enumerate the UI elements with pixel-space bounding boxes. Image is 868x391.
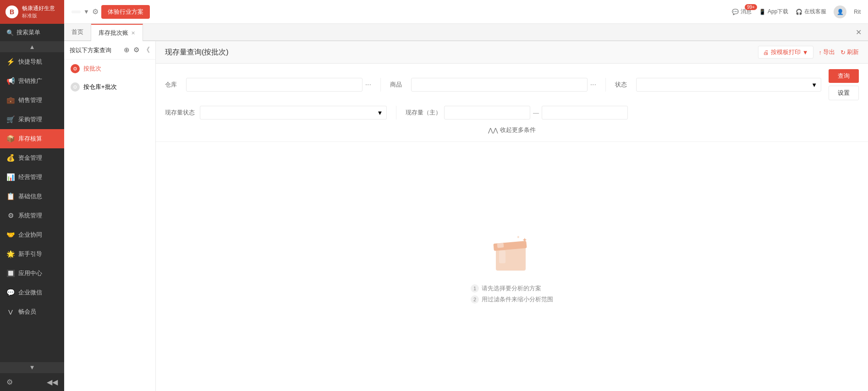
- box-svg: ✦ ✦: [489, 229, 535, 275]
- messages-button[interactable]: 💬 消息 99+: [732, 8, 752, 16]
- sidebar-item-enterprise[interactable]: 🤝 企业协同: [0, 225, 64, 244]
- query-button[interactable]: 查询: [829, 69, 859, 83]
- app-download-button[interactable]: 📱 App下载: [759, 8, 788, 16]
- page-header: 现存量查询(按批次) 🖨 按模板打印 ▼ ↑ 导出 ↻ 刷新: [156, 41, 868, 64]
- batch-scheme-icon: ⚙: [71, 64, 80, 73]
- left-panel: 按以下方案查询 ⊕ ⚙ 《 ⚙ 按批次 ⚙ 按仓库+批次: [64, 41, 156, 391]
- settings-icon[interactable]: ⚙: [6, 378, 13, 386]
- topbar-settings-icon[interactable]: ⚙: [92, 7, 99, 16]
- main-area: ▼ ⚙ 体验行业方案 💬 消息 99+ 📱 App下载 🎧 在线客服 👤 Rit: [64, 0, 868, 391]
- status-dropdown-icon: ▼: [811, 81, 817, 88]
- sidebar-scroll-up-button[interactable]: ▲: [0, 42, 64, 52]
- marketing-icon: 📢: [6, 77, 15, 85]
- collapse-sidebar-icon[interactable]: ◀◀: [47, 378, 58, 386]
- print-button[interactable]: 🖨 按模板打印 ▼: [758, 46, 813, 59]
- tab-panel-close-button[interactable]: ✕: [849, 23, 868, 41]
- sidebar-item-purchase[interactable]: 🛒 采购管理: [0, 110, 64, 129]
- sidebar-item-quick-nav[interactable]: ⚡ 快捷导航: [0, 52, 64, 71]
- product-label: 商品: [390, 81, 408, 89]
- sidebar-item-newbie[interactable]: 🌟 新手引导: [0, 244, 64, 264]
- warehouse-more-button[interactable]: ···: [365, 81, 371, 89]
- inventory-qty-min-input[interactable]: [444, 106, 530, 119]
- add-scheme-button[interactable]: ⊕: [124, 46, 130, 54]
- content-area: 按以下方案查询 ⊕ ⚙ 《 ⚙ 按批次 ⚙ 按仓库+批次 现存量查询(按批次): [64, 41, 868, 391]
- sidebar-item-inventory[interactable]: 📦 库存核算: [0, 129, 64, 148]
- empty-tip-1: 1 请先选择要分析的方案: [471, 284, 553, 293]
- sidebar-item-finance[interactable]: 💰 资金管理: [0, 148, 64, 168]
- user-avatar[interactable]: 👤: [834, 5, 846, 18]
- left-panel-actions: ⊕ ⚙ 《: [124, 46, 150, 54]
- online-service-button[interactable]: 🎧 在线客服: [796, 8, 826, 16]
- status-select[interactable]: ▼: [636, 78, 821, 92]
- avatar-icon: 👤: [837, 9, 844, 15]
- inventory-qty-label: 现存量（主）: [406, 109, 441, 117]
- sidebar-item-basics[interactable]: 📋 基础信息: [0, 187, 64, 206]
- inventory-qty-dash: —: [533, 109, 539, 116]
- empty-tips: 1 请先选择要分析的方案 2 用过滤条件来缩小分析范围: [471, 284, 553, 304]
- sidebar-item-marketing[interactable]: 📢 营销推广: [0, 71, 64, 91]
- sidebar-footer: ⚙ ◀◀: [0, 373, 64, 391]
- scheme-settings-button[interactable]: ⚙: [133, 46, 139, 54]
- enterprise-icon: 🤝: [6, 231, 15, 239]
- refresh-icon: ↻: [841, 49, 846, 56]
- tab-inventory-batch[interactable]: 库存批次账 ✕: [91, 24, 143, 41]
- breadcrumb: [71, 11, 81, 13]
- sidebar-scroll-down-button[interactable]: ▼: [0, 362, 64, 373]
- sidebar-item-operations[interactable]: 📊 经营管理: [0, 168, 64, 187]
- sidebar-nav: ⚡ 快捷导航 📢 营销推广 💼 销售管理 🛒 采购管理 📦 库存核算 💰 资金管…: [0, 52, 64, 362]
- inventory-status-label: 现存量状态: [165, 109, 197, 117]
- search-icon: 🔍: [6, 29, 14, 36]
- scheme-item-by-batch[interactable]: ⚙ 按批次: [64, 60, 155, 78]
- collapse-more-button[interactable]: ⋀⋀ 收起更多条件: [488, 124, 536, 136]
- purchase-icon: 🛒: [6, 115, 15, 124]
- empty-illustration: ✦ ✦: [489, 229, 535, 275]
- svg-rect-3: [499, 250, 505, 263]
- filter-section: 仓库 ··· 商品 ··· 状态 ▼: [156, 64, 868, 142]
- username-label[interactable]: Rit: [854, 9, 861, 15]
- inventory-status-select[interactable]: ▼: [200, 106, 387, 119]
- topbar: ▼ ⚙ 体验行业方案 💬 消息 99+ 📱 App下载 🎧 在线客服 👤 Rit: [64, 0, 868, 24]
- newbie-icon: 🌟: [6, 250, 15, 258]
- inventory-icon: 📦: [6, 135, 15, 143]
- warehouse-input[interactable]: [186, 78, 363, 92]
- trial-button[interactable]: 体验行业方案: [101, 5, 150, 19]
- search-menu-button[interactable]: 🔍 搜索菜单: [0, 24, 64, 42]
- breadcrumb-dropdown-icon[interactable]: ▼: [83, 8, 89, 15]
- sidebar-item-wechat[interactable]: 💬 企业微信: [0, 283, 64, 302]
- inventory-status-dropdown-icon: ▼: [377, 109, 383, 116]
- print-dropdown-icon: ▼: [802, 49, 808, 56]
- sidebar-item-apps[interactable]: 🔲 应用中心: [0, 264, 64, 283]
- sidebar-item-system[interactable]: ⚙ 系统管理: [0, 206, 64, 225]
- settings-button[interactable]: 设置: [829, 86, 859, 100]
- product-input[interactable]: [411, 78, 588, 92]
- scheme-item-by-warehouse-batch[interactable]: ⚙ 按仓库+批次: [64, 78, 155, 96]
- left-panel-header: 按以下方案查询 ⊕ ⚙ 《: [64, 41, 155, 60]
- sidebar-item-sales[interactable]: 💼 销售管理: [0, 91, 64, 110]
- product-more-button[interactable]: ···: [590, 81, 596, 89]
- messages-icon: 💬: [732, 9, 739, 15]
- operations-icon: 📊: [6, 173, 15, 181]
- inventory-qty-max-input[interactable]: [542, 106, 628, 119]
- right-content: 现存量查询(按批次) 🖨 按模板打印 ▼ ↑ 导出 ↻ 刷新: [156, 41, 868, 391]
- collapse-panel-button[interactable]: 《: [143, 46, 150, 54]
- tabbar: 首页 库存批次账 ✕ ✕: [64, 24, 868, 41]
- tab-close-icon[interactable]: ✕: [131, 30, 135, 36]
- warehouse-batch-scheme-icon: ⚙: [71, 82, 80, 92]
- topbar-left: ▼ ⚙ 体验行业方案: [71, 5, 727, 19]
- app-title: 畅康通好生意 标准版: [22, 5, 55, 19]
- status-label: 状态: [615, 81, 633, 89]
- tab-home[interactable]: 首页: [64, 23, 91, 41]
- headset-icon: 🎧: [796, 9, 802, 15]
- apps-icon: 🔲: [6, 269, 15, 277]
- app-logo: B: [5, 5, 18, 18]
- export-icon: ↑: [819, 49, 822, 56]
- finance-icon: 💰: [6, 154, 15, 162]
- wechat-icon: 💬: [6, 288, 15, 297]
- refresh-button[interactable]: ↻ 刷新: [841, 48, 859, 56]
- member-icon: V: [6, 308, 15, 316]
- sidebar-item-member[interactable]: V 畅会员: [0, 302, 64, 321]
- svg-rect-2: [497, 243, 504, 248]
- basics-icon: 📋: [6, 192, 15, 201]
- warehouse-label: 仓库: [165, 81, 183, 89]
- export-button[interactable]: ↑ 导出: [819, 48, 835, 56]
